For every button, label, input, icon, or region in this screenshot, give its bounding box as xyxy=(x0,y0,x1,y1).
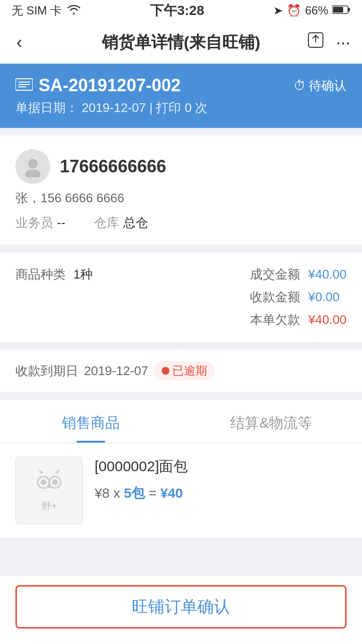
customer-top-row: 17666666666 xyxy=(15,149,347,184)
status-text: 待确认 xyxy=(309,77,347,94)
tabs-row: 销售商品 结算&物流等 xyxy=(0,400,362,443)
product-unit-price: ¥8 xyxy=(95,486,110,501)
customer-phone: 17666666666 xyxy=(60,156,166,177)
avatar xyxy=(15,149,50,184)
svg-marker-14 xyxy=(39,469,43,474)
svg-point-8 xyxy=(28,159,38,168)
order-status: ⏱ 待确认 xyxy=(293,77,347,94)
due-date-label: 收款到期日 xyxy=(15,363,78,379)
svg-point-12 xyxy=(41,479,46,485)
print-unit: 次 xyxy=(195,100,208,115)
owed-label: 本单欠款 xyxy=(250,311,300,328)
owed-value: ¥40.00 xyxy=(308,312,347,327)
svg-marker-15 xyxy=(55,469,60,474)
product-type-item: 商品种类 1种 xyxy=(15,266,93,283)
svg-rect-2 xyxy=(333,7,343,13)
product-price: ¥8 x 5包 = ¥40 xyxy=(95,484,347,503)
svg-rect-1 xyxy=(348,8,350,12)
due-date-section: 收款到期日 2019-12-07 已逾期 xyxy=(0,350,362,392)
owed-item: 本单欠款 ¥40.00 xyxy=(250,311,347,328)
warehouse-label: 仓库 xyxy=(94,214,119,231)
header-card: SA-20191207-002 ⏱ 待确认 单据日期： 2019-12-07 |… xyxy=(0,64,362,128)
collected-item: 收款金额 ¥0.00 xyxy=(250,289,347,306)
header-top-row: SA-20191207-002 ⏱ 待确认 xyxy=(15,75,347,96)
svg-point-9 xyxy=(25,169,41,177)
back-button[interactable]: ‹ xyxy=(12,28,27,57)
print-label: | 打印 xyxy=(149,100,184,115)
location-icon: ➤ xyxy=(273,4,283,17)
alarm-icon: ⏰ xyxy=(287,4,301,17)
transaction-value: ¥40.00 xyxy=(308,267,347,282)
product-name: [0000002]面包 xyxy=(95,457,347,476)
summary-right: 成交金额 ¥40.00 收款金额 ¥0.00 本单欠款 ¥40.00 xyxy=(250,266,347,328)
wifi-icon xyxy=(67,4,81,17)
nav-actions: ··· xyxy=(307,31,350,53)
transaction-label: 成交金额 xyxy=(250,266,300,283)
order-id: SA-20191207-002 xyxy=(15,75,181,96)
customer-section: 17666666666 张，156 6666 6666 业务员 -- 仓库 总仓 xyxy=(0,136,362,245)
warehouse-value: 总仓 xyxy=(123,214,148,231)
product-total: ¥40 xyxy=(160,486,183,501)
date-label: 单据日期： xyxy=(15,100,78,115)
status-bar: 无 SIM 卡 下午3:28 ➤ ⏰ 66% xyxy=(0,0,362,21)
order-id-icon xyxy=(15,75,33,96)
equals-symbol: = xyxy=(149,486,160,501)
battery-icon xyxy=(332,4,350,17)
date-value: 2019-12-07 xyxy=(82,100,146,115)
nav-bar: ‹ 销货单详情(来自旺铺) ··· xyxy=(0,21,362,64)
overdue-dot-icon xyxy=(162,367,169,375)
page-title: 销货单详情(来自旺铺) xyxy=(102,31,261,54)
more-button[interactable]: ··· xyxy=(336,32,350,53)
due-date-value: 2019-12-07 xyxy=(84,364,148,378)
order-date-row: 单据日期： 2019-12-07 | 打印 0 次 xyxy=(15,99,347,116)
warehouse-item: 仓库 总仓 xyxy=(94,214,148,231)
status-time: 下午3:28 xyxy=(150,1,204,20)
share-button[interactable] xyxy=(307,31,324,53)
product-info: [0000002]面包 ¥8 x 5包 = ¥40 xyxy=(95,457,347,503)
overdue-text: 已逾期 xyxy=(172,363,207,378)
tabs-section: 销售商品 结算&物流等 xyxy=(0,400,362,443)
svg-point-13 xyxy=(52,479,58,485)
staff-item: 业务员 -- xyxy=(15,214,65,231)
collected-value: ¥0.00 xyxy=(308,290,339,305)
product-image-placeholder: 野+ xyxy=(30,469,69,513)
summary-left: 商品种类 1种 xyxy=(15,266,93,328)
order-id-text: SA-20191207-002 xyxy=(39,75,181,96)
staff-value: -- xyxy=(57,215,65,230)
product-quantity: 5包 xyxy=(124,486,145,501)
customer-meta: 业务员 -- 仓库 总仓 xyxy=(15,214,347,231)
overdue-badge: 已逾期 xyxy=(154,361,215,380)
product-section: 野+ [0000002]面包 ¥8 x 5包 = ¥40 xyxy=(0,443,362,538)
collected-label: 收款金额 xyxy=(250,289,300,306)
bottom-section: 旺铺订单确认 xyxy=(0,575,362,644)
staff-label: 业务员 xyxy=(15,214,53,231)
tab-sales-products[interactable]: 销售商品 xyxy=(0,400,181,443)
customer-name: 张，156 6666 6666 xyxy=(15,190,347,207)
print-count: 0 xyxy=(185,100,192,115)
status-left: 无 SIM 卡 xyxy=(12,3,81,18)
no-sim-text: 无 SIM 卡 xyxy=(12,3,62,18)
status-right: ➤ ⏰ 66% xyxy=(273,4,350,17)
product-type-label: 商品种类 xyxy=(15,266,66,283)
multiply-symbol: x xyxy=(113,486,124,501)
battery-text: 66% xyxy=(305,4,328,17)
tab-settlement-logistics[interactable]: 结算&物流等 xyxy=(181,400,362,443)
confirm-order-button[interactable]: 旺铺订单确认 xyxy=(15,585,347,629)
status-clock-icon: ⏱ xyxy=(293,78,306,93)
product-type-value: 1种 xyxy=(73,266,93,283)
transaction-item: 成交金额 ¥40.00 xyxy=(250,266,347,283)
summary-section: 商品种类 1种 成交金额 ¥40.00 收款金额 ¥0.00 本单欠款 ¥40.… xyxy=(0,252,362,342)
product-image: 野+ xyxy=(15,457,83,524)
